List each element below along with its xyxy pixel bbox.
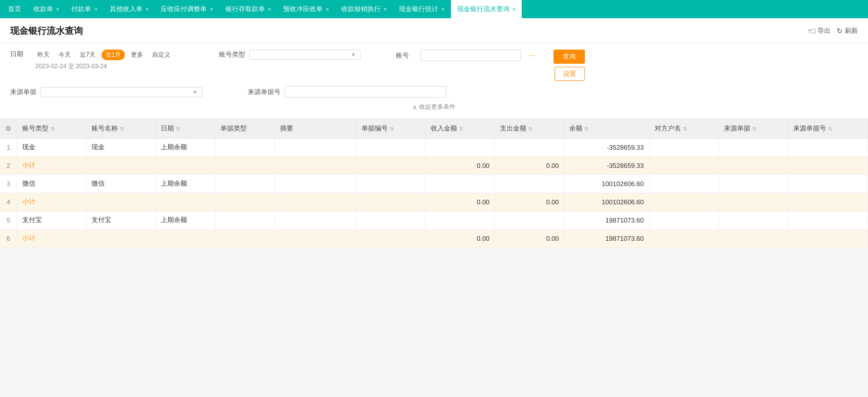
table-row[interactable]: 1现金现金上期余额-3528659.33 bbox=[0, 138, 868, 156]
query-button[interactable]: 查询 bbox=[554, 50, 585, 64]
top-nav: 首页 收款单 × 付款单 × 其他收入单 × 应收应付调整单 × 银行存取款单 … bbox=[0, 0, 868, 18]
nav-other-income-close[interactable]: × bbox=[146, 6, 149, 12]
cell-num: 5 bbox=[0, 211, 17, 229]
account-dots-button[interactable]: ··· bbox=[525, 50, 538, 61]
nav-stats[interactable]: 现金银行统计 × bbox=[393, 0, 450, 18]
account-label: 账号 bbox=[396, 51, 416, 60]
cell-source-doc-no bbox=[788, 229, 867, 247]
cell-income: 0.00 bbox=[426, 229, 495, 247]
gear-icon[interactable]: ⚙ bbox=[5, 124, 12, 133]
date-options: 昨天 今天 近7天 近1月 更多 自定义 bbox=[34, 50, 173, 60]
cell-expense: 0.00 bbox=[495, 156, 564, 174]
nav-home[interactable]: 首页 bbox=[2, 0, 27, 18]
nav-stats-close[interactable]: × bbox=[441, 6, 444, 12]
nav-payment-close[interactable]: × bbox=[94, 6, 97, 12]
col-source-doc[interactable]: 来源单据⇅ bbox=[718, 119, 788, 138]
cell-doc-type bbox=[215, 174, 275, 193]
export-button[interactable]: ↑□ 导出 bbox=[808, 26, 831, 35]
cell-expense: 0.00 bbox=[495, 229, 564, 247]
nav-cashflow-close[interactable]: × bbox=[513, 6, 516, 12]
col-counterpart[interactable]: 对方户名⇅ bbox=[649, 119, 718, 138]
cell-account-type: 支付宝 bbox=[17, 211, 86, 229]
nav-other-income[interactable]: 其他收入单 × bbox=[104, 0, 155, 18]
date-yesterday[interactable]: 昨天 bbox=[34, 50, 53, 60]
cell-summary bbox=[275, 229, 356, 247]
date-today[interactable]: 今天 bbox=[56, 50, 74, 60]
cell-income bbox=[426, 174, 495, 193]
export-icon: ↑□ bbox=[808, 27, 815, 35]
date-label: 日期 bbox=[10, 50, 30, 59]
nav-adjust-close[interactable]: × bbox=[210, 6, 213, 12]
cell-date: 上期余额 bbox=[156, 211, 215, 229]
table-row[interactable]: 2小计0.000.00-3528659.33 bbox=[0, 156, 868, 174]
col-account-name[interactable]: 账号名称⇅ bbox=[86, 119, 156, 138]
source-doc-no-input[interactable] bbox=[285, 86, 446, 98]
nav-adjust[interactable]: 应收应付调整单 × bbox=[155, 0, 219, 18]
cell-source-doc-no bbox=[788, 193, 867, 211]
cell-source-doc bbox=[718, 138, 788, 156]
col-source-doc-no[interactable]: 来源单据号⇅ bbox=[788, 119, 867, 138]
cell-income bbox=[426, 138, 495, 156]
cell-balance: 100102606.60 bbox=[564, 193, 649, 211]
cell-doc-type bbox=[215, 193, 275, 211]
table-row[interactable]: 3微信微信上期余额100102606.60 bbox=[0, 174, 868, 193]
source-doc-select[interactable]: ▼ bbox=[40, 87, 202, 97]
cell-source-doc bbox=[718, 211, 788, 229]
cell-num: 3 bbox=[0, 174, 17, 193]
table-row[interactable]: 4小计0.000.00100102606.60 bbox=[0, 193, 868, 211]
col-expense[interactable]: 支出金额⇅ bbox=[495, 119, 564, 138]
table-row[interactable]: 5支付宝支付宝上期余额19871073.60 bbox=[0, 211, 868, 229]
cell-summary bbox=[275, 174, 356, 193]
cell-balance: 100102606.60 bbox=[564, 174, 649, 193]
collapse-button[interactable]: ∧ 收起更多条件 bbox=[413, 103, 455, 111]
col-income[interactable]: 收入金额⇅ bbox=[426, 119, 495, 138]
cell-date bbox=[156, 156, 215, 174]
nav-prepay-close[interactable]: × bbox=[326, 6, 329, 12]
table-row[interactable]: 6小计0.000.0019871073.60 bbox=[0, 229, 868, 247]
col-doc-no[interactable]: 单据编号⇅ bbox=[356, 119, 426, 138]
nav-payment[interactable]: 付款单 × bbox=[65, 0, 103, 18]
table-body: 1现金现金上期余额-3528659.332小计0.000.00-3528659.… bbox=[0, 138, 868, 247]
nav-bank-deposit[interactable]: 银行存取款单 × bbox=[219, 0, 277, 18]
refresh-button[interactable]: ↻ 刷新 bbox=[837, 26, 858, 35]
cell-doc-type bbox=[215, 138, 275, 156]
date-more[interactable]: 更多 bbox=[128, 50, 146, 60]
cell-source-doc bbox=[718, 229, 788, 247]
cell-expense: 0.00 bbox=[495, 193, 564, 211]
sort-account-name-icon: ⇅ bbox=[120, 126, 124, 131]
nav-receipt-close[interactable]: × bbox=[56, 6, 59, 12]
nav-bank-deposit-close[interactable]: × bbox=[268, 6, 271, 12]
nav-prepay[interactable]: 预收冲应收单 × bbox=[277, 0, 335, 18]
cell-doc-type bbox=[215, 156, 275, 174]
cell-expense bbox=[495, 138, 564, 156]
date-custom[interactable]: 自定义 bbox=[149, 50, 173, 60]
col-account-type[interactable]: 账号类型⇅ bbox=[17, 119, 86, 138]
data-table: ⚙ 账号类型⇅ 账号名称⇅ 日期⇅ 单据类型 摘要 单据编号⇅ bbox=[0, 119, 868, 248]
cell-counterpart bbox=[649, 156, 718, 174]
nav-writeoff-close[interactable]: × bbox=[384, 6, 387, 12]
sort-income-icon: ⇅ bbox=[459, 126, 463, 131]
cell-balance: 19871073.60 bbox=[564, 229, 649, 247]
cell-date bbox=[156, 229, 215, 247]
cell-balance: -3528659.33 bbox=[564, 138, 649, 156]
col-date[interactable]: 日期⇅ bbox=[156, 119, 215, 138]
cell-summary bbox=[275, 156, 356, 174]
cell-date: 上期余额 bbox=[156, 138, 215, 156]
page-title: 现金银行流水查询 bbox=[10, 25, 83, 37]
cell-source-doc-no bbox=[788, 138, 867, 156]
nav-receipt[interactable]: 收款单 × bbox=[27, 0, 65, 18]
nav-writeoff[interactable]: 收款核销执行 × bbox=[335, 0, 393, 18]
settings-button[interactable]: 设置 bbox=[555, 67, 585, 81]
cell-date: 上期余额 bbox=[156, 174, 215, 193]
cell-doc-no bbox=[356, 193, 426, 211]
date-1month[interactable]: 近1月 bbox=[102, 50, 125, 60]
account-input[interactable] bbox=[420, 50, 521, 61]
nav-cashflow[interactable]: 现金银行流水查询 × bbox=[451, 0, 522, 18]
date-7days[interactable]: 近7天 bbox=[77, 50, 99, 60]
cell-balance: -3528659.33 bbox=[564, 156, 649, 174]
cell-account-type: 微信 bbox=[17, 174, 86, 193]
account-type-select[interactable]: ▼ bbox=[249, 50, 360, 60]
col-balance[interactable]: 余额⇅ bbox=[564, 119, 649, 138]
refresh-icon: ↻ bbox=[837, 27, 843, 35]
source-doc-no-label: 来源单据号 bbox=[248, 87, 281, 97]
